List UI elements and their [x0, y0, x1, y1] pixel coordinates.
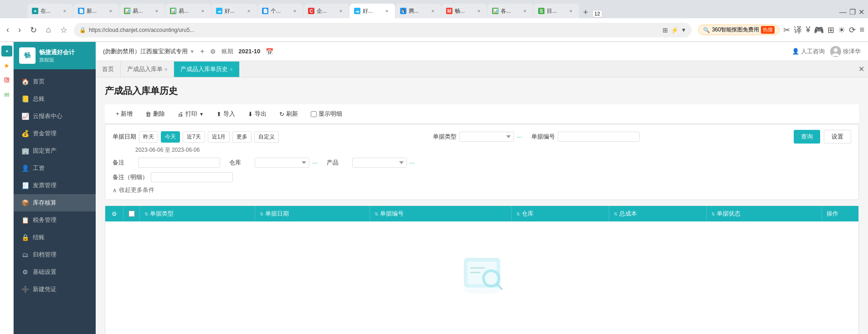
minimize-button[interactable]: — [839, 8, 847, 16]
import-button[interactable]: ⬆ 导入 [213, 108, 239, 120]
sidebar-item-home[interactable]: 🏠 首页 [14, 73, 96, 90]
sidebar-item-reports[interactable]: 📈 云报表中心 [14, 108, 96, 125]
company-settings-icon[interactable]: ⚙ [210, 48, 216, 55]
delete-button[interactable]: 🗑 删除 [142, 108, 169, 120]
date-btn-today[interactable]: 今天 [161, 131, 180, 143]
tab-t4[interactable]: 📊 易... × [165, 4, 211, 18]
dropdown-icon[interactable]: ▼ [681, 27, 687, 33]
print-dropdown-icon[interactable]: ▼ [199, 112, 204, 117]
show-detail-check[interactable] [311, 111, 317, 117]
th-check[interactable] [123, 206, 140, 221]
close-page-button[interactable]: ✕ [855, 61, 868, 77]
sidebar-item-invoice[interactable]: 🧾 发票管理 [14, 177, 96, 194]
add-company-button[interactable]: + [200, 47, 204, 56]
note-input[interactable] [138, 158, 220, 168]
tab-close-t1[interactable]: × [61, 8, 68, 14]
sun-icon[interactable]: ☀ [838, 25, 845, 35]
icon-sidebar-star[interactable]: ★ [1, 60, 12, 71]
search-360[interactable]: 🔍 360智能抠图免费用 热搜 [698, 25, 780, 35]
home-button[interactable]: ⌂ [43, 23, 54, 36]
company-select[interactable]: (勿删勿禁用）江西服宝测试专用 ▼ [103, 47, 195, 56]
collapse-button[interactable]: ∧ 收起更多条件 [113, 186, 851, 194]
tab-t2[interactable]: 📄 新... × [73, 4, 119, 18]
icon-sidebar-weibo[interactable]: 微 [1, 75, 12, 86]
bookmark-button[interactable]: ☆ [57, 23, 70, 37]
user-service[interactable]: 👤 人工咨询 [792, 47, 825, 56]
restore-button[interactable]: ❐ [849, 8, 856, 16]
sidebar-item-archive[interactable]: 🗂 归档管理 [14, 246, 96, 263]
filter-settings-button[interactable]: 设置 [824, 130, 851, 144]
sidebar-item-close[interactable]: 🔒 结账 [14, 229, 96, 246]
product-dropdown[interactable] [352, 158, 407, 168]
grid2-icon[interactable]: ⊞ [827, 25, 834, 35]
sidebar-item-funds[interactable]: 💰 资金管理 [14, 125, 96, 142]
tab-close-t7[interactable]: × [337, 8, 344, 14]
close-browser-button[interactable]: ✕ [858, 8, 864, 16]
user-info[interactable]: 徐泽华 [830, 46, 861, 57]
tab-close-t2[interactable]: × [107, 8, 114, 14]
sync-icon[interactable]: ⟳ [849, 25, 856, 35]
game-icon[interactable]: 🎮 [814, 25, 824, 35]
tab-close-t8[interactable]: × [383, 8, 390, 14]
tab-t7[interactable]: C 企... × [303, 4, 349, 18]
date-btn-1month[interactable]: 近1月 [208, 131, 230, 143]
query-button[interactable]: 查询 [794, 130, 820, 144]
add-button[interactable]: + 新增 [112, 108, 136, 120]
tab-t1[interactable]: ✦ 在... × [27, 4, 73, 18]
date-btn-custom[interactable]: 自定义 [254, 131, 279, 143]
show-detail-checkbox[interactable]: 显示明细 [307, 108, 346, 120]
page-tab-home[interactable]: 首页 [96, 62, 121, 77]
th-gear[interactable]: ⚙ [105, 206, 123, 221]
th-cost[interactable]: ⇅ 总成本 [609, 206, 707, 221]
export-button[interactable]: ⬇ 导出 [244, 108, 270, 120]
company-dropdown-icon[interactable]: ▼ [190, 49, 195, 54]
refresh-button[interactable]: ↻ [27, 23, 40, 37]
translate-icon[interactable]: 译 [794, 25, 802, 36]
select-all-checkbox[interactable] [128, 211, 135, 217]
tab-t6[interactable]: 📄 个... × [257, 4, 303, 18]
tab-t5[interactable]: ☁ 好... × [211, 4, 257, 18]
tab-t11[interactable]: 📊 各... × [488, 4, 533, 18]
yuan-icon[interactable]: ¥ [806, 25, 810, 35]
page-tab-history[interactable]: 产成品入库单历史 × [174, 62, 239, 77]
voucher-number-input[interactable] [558, 132, 640, 142]
tab-t12[interactable]: S 目... × [534, 4, 579, 18]
warehouse-dropdown[interactable] [255, 158, 309, 168]
page-tab-voucher-close[interactable]: × [164, 67, 167, 72]
tab-close-t3[interactable]: × [153, 8, 160, 14]
product-ellipsis[interactable]: ··· [410, 159, 415, 166]
sidebar-item-tax[interactable]: 📋 税务管理 [14, 211, 96, 229]
th-type[interactable]: ⇅ 单据类型 [140, 206, 255, 221]
tab-close-t6[interactable]: × [291, 8, 298, 14]
forward-button[interactable]: › [15, 23, 24, 36]
sidebar-item-settings[interactable]: ⚙ 基础设置 [14, 263, 96, 281]
warehouse-ellipsis[interactable]: ··· [312, 159, 318, 166]
tab-close-t4[interactable]: × [199, 8, 206, 14]
sidebar-item-newbill[interactable]: ➕ 新建凭证 [14, 281, 96, 298]
th-warehouse[interactable]: ⇅ 仓库 [512, 206, 609, 221]
tab-close-t12[interactable]: × [567, 8, 575, 14]
date-btn-yesterday[interactable]: 昨天 [139, 131, 158, 143]
icon-sidebar-logo[interactable]: ✦ [1, 46, 12, 57]
sidebar-item-ledger[interactable]: 📒 总账 [14, 90, 96, 108]
th-date[interactable]: ⇅ 单据日期 [255, 206, 370, 221]
tab-close-t10[interactable]: × [475, 8, 483, 14]
date-btn-7days[interactable]: 近7天 [183, 131, 205, 143]
sidebar-item-payroll[interactable]: 👤 工资 [14, 159, 96, 177]
scissors-icon[interactable]: ✂ [783, 25, 790, 35]
sidebar-item-inventory[interactable]: 📦 库存核算 [14, 194, 96, 211]
sidebar-item-fixed[interactable]: 🏢 固定资产 [14, 142, 96, 159]
page-tab-history-close[interactable]: × [230, 67, 232, 72]
tab-close-t9[interactable]: × [429, 8, 437, 14]
page-tab-voucher[interactable]: 产成品入库单 × [121, 62, 174, 77]
calendar-icon[interactable]: 📅 [266, 48, 273, 55]
refresh-button[interactable]: ↻ 刷新 [276, 108, 302, 120]
icon-sidebar-mail[interactable]: ✉ [1, 89, 12, 100]
tab-close-t11[interactable]: × [521, 8, 529, 14]
back-button[interactable]: ‹ [4, 23, 12, 36]
tab-t8[interactable]: ☁ 好... × [349, 4, 395, 18]
tab-close-t5[interactable]: × [245, 8, 252, 14]
voucher-type-dropdown[interactable] [459, 132, 514, 142]
th-number[interactable]: ⇅ 单据编号 [370, 206, 512, 221]
new-tab-button[interactable]: + [580, 8, 592, 17]
